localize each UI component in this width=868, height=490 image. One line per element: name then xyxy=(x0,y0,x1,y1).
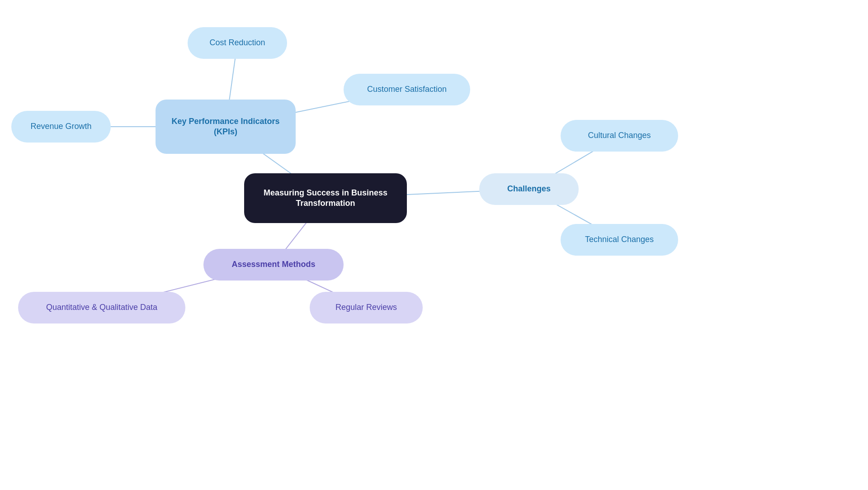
customer-satisfaction-label: Customer Satisfaction xyxy=(367,84,447,95)
cost-reduction-node: Cost Reduction xyxy=(188,27,287,59)
assessment-methods-label: Assessment Methods xyxy=(231,259,315,270)
revenue-growth-node: Revenue Growth xyxy=(11,111,111,143)
technical-changes-label: Technical Changes xyxy=(585,234,654,245)
challenges-label: Challenges xyxy=(507,184,551,194)
regular-reviews-node: Regular Reviews xyxy=(310,292,423,323)
kpi-node-label: Key Performance Indicators (KPIs) xyxy=(168,116,283,138)
customer-satisfaction-node: Customer Satisfaction xyxy=(344,74,470,105)
challenges-node: Challenges xyxy=(479,173,579,205)
cultural-changes-label: Cultural Changes xyxy=(588,130,651,141)
cultural-changes-node: Cultural Changes xyxy=(561,120,678,152)
regular-reviews-label: Regular Reviews xyxy=(335,302,397,313)
assessment-methods-node: Assessment Methods xyxy=(203,249,344,281)
revenue-growth-label: Revenue Growth xyxy=(30,121,91,132)
kpi-node: Key Performance Indicators (KPIs) xyxy=(156,100,296,154)
cost-reduction-label: Cost Reduction xyxy=(209,38,265,48)
technical-changes-node: Technical Changes xyxy=(561,224,678,256)
center-node-label: Measuring Success in Business Transforma… xyxy=(257,188,394,209)
quantitative-label: Quantitative & Qualitative Data xyxy=(46,302,157,313)
quantitative-node: Quantitative & Qualitative Data xyxy=(18,292,185,323)
center-node: Measuring Success in Business Transforma… xyxy=(244,173,407,223)
